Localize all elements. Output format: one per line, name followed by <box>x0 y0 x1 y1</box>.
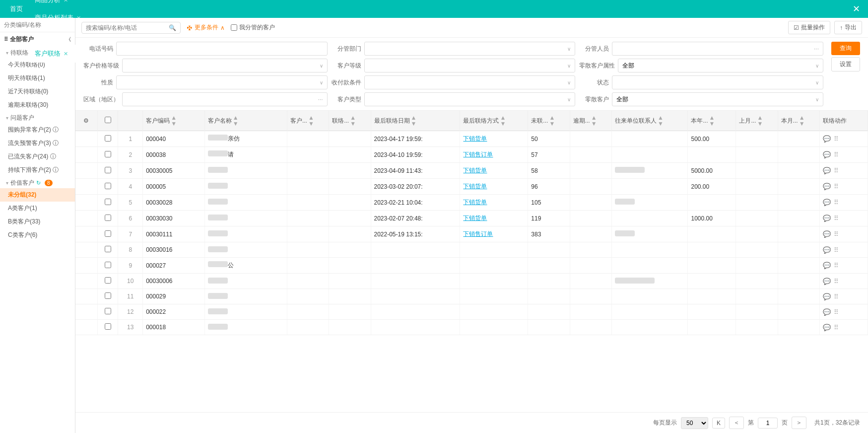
loose-select[interactable]: 全部∨ <box>612 92 823 106</box>
th-this-year[interactable]: 本年...▲▼ <box>688 111 736 131</box>
chat-icon[interactable]: 💬 <box>823 246 831 254</box>
settings-icon[interactable]: ⚙ <box>83 117 89 124</box>
sidebar-item-c-class[interactable]: C类客户(6) <box>0 228 75 242</box>
nav-tab-客户分层经客[interactable]: 客户分层经客✕ <box>29 27 87 45</box>
export-button[interactable]: ↑ 导出 <box>834 21 862 34</box>
sidebar-item-ungroup[interactable]: 未分组(32) <box>0 188 75 202</box>
level-select[interactable]: ∨ <box>364 59 576 72</box>
row-method-link[interactable]: 下销货单 <box>463 167 487 174</box>
reset-button[interactable]: 设置 <box>831 57 860 72</box>
row-checkbox[interactable] <box>97 320 118 335</box>
th-last-method[interactable]: 最后联络方式▲▼ <box>460 111 528 131</box>
price-level-select[interactable]: ∨ <box>122 59 328 72</box>
row-checkbox[interactable] <box>97 179 118 195</box>
more-conditions-btn[interactable]: ⧾ 更多条件 ∧ <box>187 23 225 32</box>
row-checkbox[interactable] <box>97 163 118 179</box>
tab-close-icon[interactable]: ✕ <box>76 33 81 39</box>
status-select[interactable]: ∨ <box>612 75 823 89</box>
chat-icon[interactable]: 💬 <box>823 151 831 158</box>
my-customers-checkbox[interactable]: 我分管的客户 <box>231 23 275 32</box>
person-select[interactable]: ··· <box>612 42 823 56</box>
batch-ops-button[interactable]: ☑ 批量操作 <box>788 21 830 34</box>
query-button[interactable]: 查询 <box>831 42 860 55</box>
row-checkbox[interactable] <box>97 131 118 147</box>
attr-select[interactable]: 全部∨ <box>618 59 823 72</box>
chat-icon[interactable]: 💬 <box>823 199 831 206</box>
row-method-link[interactable]: 下销货单 <box>463 215 487 221</box>
refresh-icon[interactable]: ↻ <box>36 180 41 186</box>
row-checkbox[interactable] <box>97 226 118 242</box>
chat-icon[interactable]: 💬 <box>823 278 831 285</box>
search-box[interactable]: 🔍 <box>81 22 181 34</box>
chat-icon[interactable]: 💬 <box>823 262 831 269</box>
chat-icon[interactable]: 💬 <box>823 324 831 331</box>
tab-close-icon[interactable]: ✕ <box>64 51 68 57</box>
row-checkbox[interactable] <box>97 274 118 289</box>
more-icon[interactable]: ⠿ <box>834 262 839 269</box>
th-type[interactable]: 客户...▲▼ <box>287 111 329 131</box>
row-checkbox[interactable] <box>97 304 118 320</box>
nature-select[interactable]: ∨ <box>116 75 328 89</box>
more-icon[interactable]: ⠿ <box>834 151 839 158</box>
nav-home[interactable]: 首页 <box>4 4 29 13</box>
select-all-checkbox[interactable] <box>105 117 111 123</box>
sidebar-item-a-class[interactable]: A类客户(1) <box>0 202 75 215</box>
prev-page-button[interactable]: ＜ <box>729 417 744 429</box>
th-last-date[interactable]: 最后联络日期▲▼ <box>371 111 460 131</box>
th-code[interactable]: 客户编码▲▼ <box>143 111 205 131</box>
chat-icon[interactable]: 💬 <box>823 308 831 316</box>
sidebar-item-abnormal[interactable]: 囤购异常客户(2) ⓘ <box>0 123 75 137</box>
th-contact[interactable]: 联络...▲▼ <box>329 111 371 131</box>
sidebar-item-tomorrow[interactable]: 明天待联络(1) <box>0 72 75 85</box>
more-icon[interactable]: ⠿ <box>834 199 839 206</box>
th-no-contact[interactable]: 未联...▲▼ <box>528 111 570 131</box>
row-method-link[interactable]: 下销货单 <box>463 183 487 190</box>
row-checkbox[interactable] <box>97 211 118 226</box>
sidebar-item-declining[interactable]: 持续下滑客户(2) ⓘ <box>0 163 75 177</box>
chat-icon[interactable]: 💬 <box>823 167 831 174</box>
chat-icon[interactable]: 💬 <box>823 215 831 222</box>
payment-select[interactable]: ∨ <box>364 75 576 89</box>
dept-select[interactable]: ∨ <box>364 42 576 56</box>
more-icon[interactable]: ⠿ <box>834 324 839 331</box>
tab-close-icon[interactable]: ✕ <box>64 0 68 3</box>
more-icon[interactable]: ⠿ <box>834 230 839 238</box>
row-checkbox[interactable] <box>97 242 118 258</box>
th-this-month[interactable]: 本月...▲▼ <box>778 111 819 131</box>
next-page-button[interactable]: ＞ <box>792 417 806 429</box>
more-icon[interactable]: ⠿ <box>834 278 839 285</box>
sidebar-item-churned[interactable]: 已流失客户(24) ⓘ <box>0 150 75 163</box>
nav-tab-客户联络[interactable]: 客户联络✕ <box>29 45 87 63</box>
first-page-button[interactable]: K <box>712 418 725 429</box>
phone-input[interactable] <box>116 42 328 56</box>
per-page-select[interactable]: 50 100 200 <box>681 417 708 429</box>
more-icon[interactable]: ⠿ <box>834 293 839 300</box>
more-icon[interactable]: ⠿ <box>834 183 839 190</box>
more-icon[interactable]: ⠿ <box>834 135 839 143</box>
cust-type-select[interactable]: ∨ <box>364 92 576 106</box>
nav-tab-商品分析列表[interactable]: 商品分析列表✕ <box>29 9 87 27</box>
region-select[interactable]: ··· <box>122 92 328 106</box>
th-overdue[interactable]: 逾期...▲▼ <box>570 111 611 131</box>
more-icon[interactable]: ⠿ <box>834 308 839 316</box>
th-last-month[interactable]: 上月...▲▼ <box>736 111 778 131</box>
window-close-button[interactable]: ✕ <box>849 3 864 14</box>
row-checkbox[interactable] <box>97 258 118 274</box>
sidebar-item-overdue[interactable]: 逾期未联络(30) <box>0 98 75 112</box>
row-checkbox[interactable] <box>97 195 118 211</box>
more-icon[interactable]: ⠿ <box>834 167 839 174</box>
sidebar-item-7days[interactable]: 近7天待联络(0) <box>0 85 75 98</box>
more-icon[interactable]: ⠿ <box>834 246 839 254</box>
th-unit-contact[interactable]: 往来单位联系人▲▼ <box>611 111 688 131</box>
row-checkbox[interactable] <box>97 289 118 304</box>
th-settings[interactable]: ⚙ <box>75 111 97 131</box>
row-checkbox[interactable] <box>97 147 118 163</box>
row-method-link[interactable]: 下销货单 <box>463 135 487 142</box>
chat-icon[interactable]: 💬 <box>823 293 831 300</box>
page-input[interactable] <box>758 418 778 429</box>
chat-icon[interactable]: 💬 <box>823 230 831 238</box>
row-method-link[interactable]: 下销货单 <box>463 199 487 206</box>
sidebar-item-churn-warning[interactable]: 流失预警客户(3) ⓘ <box>0 137 75 150</box>
more-icon[interactable]: ⠿ <box>834 215 839 222</box>
tab-close-icon[interactable]: ✕ <box>76 15 81 21</box>
